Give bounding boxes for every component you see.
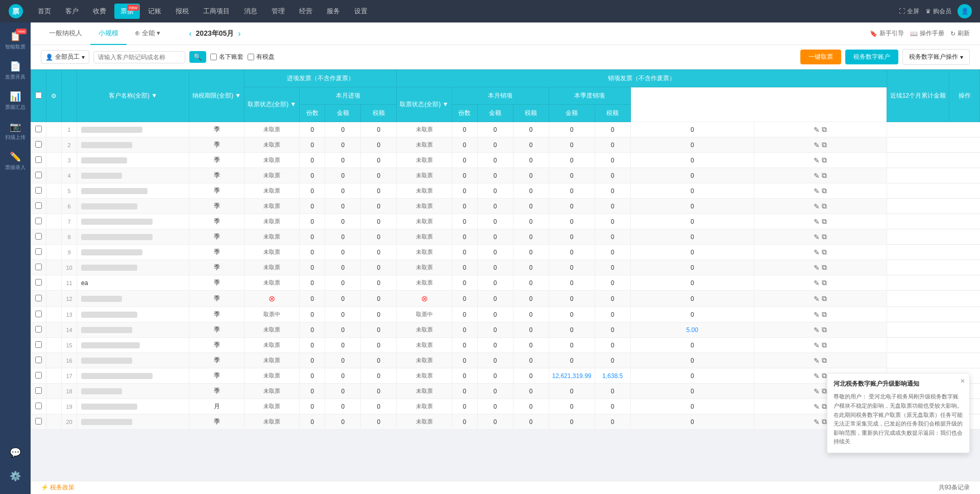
tab-small-scale[interactable]: 小规模 bbox=[90, 22, 127, 45]
nav-business[interactable]: 工商项目 bbox=[197, 4, 236, 19]
copy-icon[interactable]: ⧉ bbox=[822, 217, 827, 226]
copy-icon[interactable]: ⧉ bbox=[822, 202, 827, 210]
client-name[interactable]: ea bbox=[81, 279, 88, 287]
row-checkbox[interactable] bbox=[35, 172, 42, 178]
edit-icon[interactable]: ✎ bbox=[814, 372, 820, 380]
row-checkbox[interactable] bbox=[35, 341, 42, 348]
refresh-button[interactable]: ↻ 刷新 bbox=[950, 29, 970, 38]
edit-icon[interactable]: ✎ bbox=[814, 418, 820, 426]
fullscreen-button[interactable]: ⛶ 全屏 bbox=[899, 7, 919, 16]
edit-icon[interactable]: ✎ bbox=[814, 295, 820, 303]
sidebar-item-scan-upload[interactable]: 📷 扫描上传 bbox=[2, 117, 29, 145]
edit-icon[interactable]: ✎ bbox=[814, 264, 820, 272]
vip-button[interactable]: ♛ 购会员 bbox=[925, 7, 951, 16]
edit-icon[interactable]: ✎ bbox=[814, 403, 820, 411]
copy-icon[interactable]: ⧉ bbox=[822, 325, 827, 334]
row-checkbox[interactable] bbox=[35, 311, 42, 317]
has-tax-disk-checkbox[interactable]: 有税盘 bbox=[248, 53, 275, 61]
copy-icon[interactable]: ⧉ bbox=[822, 294, 827, 303]
copy-icon[interactable]: ⧉ bbox=[822, 310, 827, 319]
edit-icon[interactable]: ✎ bbox=[814, 279, 820, 287]
copy-icon[interactable]: ⧉ bbox=[822, 278, 827, 287]
copy-icon[interactable]: ⧉ bbox=[822, 186, 827, 195]
sidebar-item-invoice-open[interactable]: 📄 发票开具 bbox=[2, 57, 29, 85]
row-checkbox[interactable] bbox=[35, 357, 42, 363]
edit-icon[interactable]: ✎ bbox=[814, 202, 820, 210]
edit-icon[interactable]: ✎ bbox=[814, 357, 820, 365]
row-checkbox[interactable] bbox=[35, 233, 42, 240]
select-all-checkbox[interactable] bbox=[35, 92, 42, 99]
sidebar-item-invoice-entry[interactable]: ✏️ 票据录入 bbox=[2, 147, 29, 175]
nav-management[interactable]: 管理 bbox=[265, 4, 291, 19]
nav-settings[interactable]: 设置 bbox=[348, 4, 374, 19]
tax-policy-link[interactable]: ⚡ 税务政策 bbox=[41, 483, 75, 492]
row-checkbox[interactable] bbox=[35, 295, 42, 301]
edit-icon[interactable]: ✎ bbox=[814, 311, 820, 319]
edit-icon[interactable]: ✎ bbox=[814, 141, 820, 149]
copy-icon[interactable]: ⧉ bbox=[822, 171, 827, 180]
nav-services[interactable]: 服务 bbox=[321, 4, 346, 19]
nav-fees[interactable]: 收费 bbox=[87, 4, 112, 19]
digital-account-button[interactable]: 税务数字账户 bbox=[845, 50, 898, 64]
row-checkbox[interactable] bbox=[35, 372, 42, 379]
copy-icon[interactable]: ⧉ bbox=[822, 248, 827, 256]
edit-icon[interactable]: ✎ bbox=[814, 156, 820, 164]
edit-icon[interactable]: ✎ bbox=[814, 248, 820, 256]
search-input[interactable] bbox=[93, 51, 185, 63]
copy-icon[interactable]: ⧉ bbox=[822, 356, 827, 365]
notification-close-button[interactable]: ✕ bbox=[960, 378, 965, 385]
nav-messages[interactable]: 消息 bbox=[238, 4, 263, 19]
edit-icon[interactable]: ✎ bbox=[814, 387, 820, 395]
copy-icon[interactable]: ⧉ bbox=[822, 140, 827, 149]
edit-icon[interactable]: ✎ bbox=[814, 233, 820, 241]
copy-icon[interactable]: ⧉ bbox=[822, 232, 827, 241]
copy-icon[interactable]: ⧉ bbox=[822, 402, 827, 411]
row-checkbox[interactable] bbox=[35, 202, 42, 209]
row-checkbox[interactable] bbox=[35, 248, 42, 255]
one-click-invoice-button[interactable]: 一键取票 bbox=[800, 50, 841, 64]
copy-icon[interactable]: ⧉ bbox=[822, 371, 827, 380]
nav-invoices[interactable]: 票据 new bbox=[114, 4, 140, 19]
tab-general-taxpayer[interactable]: 一般纳税人 bbox=[41, 22, 90, 45]
row-checkbox[interactable] bbox=[35, 187, 42, 194]
tab-all-capable[interactable]: ⊕ 全能 ▾ bbox=[127, 22, 168, 45]
row-checkbox[interactable] bbox=[35, 126, 42, 132]
copy-icon[interactable]: ⧉ bbox=[822, 387, 827, 395]
search-button[interactable]: 🔍 bbox=[189, 51, 206, 63]
my-account-checkbox[interactable]: 名下账套 bbox=[210, 53, 243, 61]
row-checkbox[interactable] bbox=[35, 156, 42, 163]
edit-icon[interactable]: ✎ bbox=[814, 172, 820, 180]
nav-tax[interactable]: 报税 bbox=[169, 4, 195, 19]
user-avatar[interactable]: 👤 bbox=[958, 4, 972, 18]
row-checkbox[interactable] bbox=[35, 418, 42, 425]
sidebar-item-smart-invoice[interactable]: new 📋 智能取票 bbox=[2, 27, 29, 55]
manual-button[interactable]: 📖 操作手册 bbox=[910, 29, 944, 38]
nav-operations[interactable]: 经营 bbox=[293, 4, 318, 19]
date-next-button[interactable]: › bbox=[238, 29, 240, 38]
new-guide-button[interactable]: 🔖 新手引导 bbox=[870, 29, 904, 38]
sidebar-item-invoice-summary[interactable]: 📊 票据汇总 bbox=[2, 87, 29, 115]
row-checkbox[interactable] bbox=[35, 264, 42, 270]
digital-account-ops-button[interactable]: 税务数字账户操作 ▾ bbox=[902, 49, 970, 65]
date-prev-button[interactable]: ‹ bbox=[189, 29, 191, 38]
copy-icon[interactable]: ⧉ bbox=[822, 263, 827, 272]
accum-value[interactable]: 5.00 bbox=[687, 326, 698, 334]
quarter-amount-value[interactable]: 12,621,319.99 bbox=[552, 372, 592, 380]
copy-icon[interactable]: ⧉ bbox=[822, 125, 827, 134]
sidebar-item-settings[interactable]: ⚙️ bbox=[2, 466, 29, 486]
nav-clients[interactable]: 客户 bbox=[59, 4, 85, 19]
nav-accounting[interactable]: 记账 bbox=[142, 4, 167, 19]
edit-icon[interactable]: ✎ bbox=[814, 187, 820, 195]
row-checkbox[interactable] bbox=[35, 403, 42, 409]
edit-icon[interactable]: ✎ bbox=[814, 326, 820, 334]
row-checkbox[interactable] bbox=[35, 141, 42, 148]
edit-icon[interactable]: ✎ bbox=[814, 218, 820, 226]
copy-icon[interactable]: ⧉ bbox=[822, 156, 827, 164]
row-checkbox[interactable] bbox=[35, 218, 42, 224]
edit-icon[interactable]: ✎ bbox=[814, 341, 820, 349]
copy-icon[interactable]: ⧉ bbox=[822, 417, 827, 426]
sidebar-item-messages[interactable]: 💬 bbox=[2, 443, 29, 462]
row-checkbox[interactable] bbox=[35, 326, 42, 333]
row-checkbox[interactable] bbox=[35, 279, 42, 286]
app-logo[interactable]: 票 bbox=[8, 4, 23, 19]
